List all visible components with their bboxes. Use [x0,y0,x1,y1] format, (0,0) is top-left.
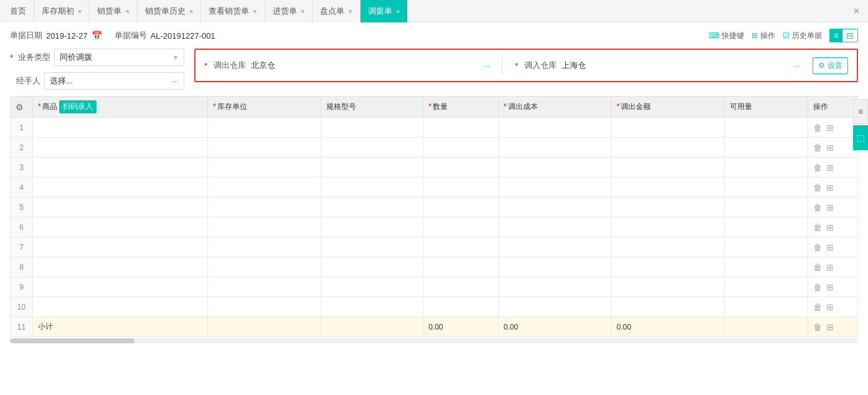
qty-cell[interactable] [423,297,499,317]
amount-cell[interactable] [611,198,724,217]
available-cell[interactable] [724,198,808,217]
spec-cell[interactable] [321,198,423,217]
tab-inventory-count[interactable]: 盘点单 × [313,0,360,22]
handler-input[interactable]: 选择... ··· [44,72,184,90]
close-all-tabs[interactable]: × [847,6,866,17]
calendar-icon[interactable]: 📅 [92,31,102,40]
cost-cell[interactable] [498,297,611,317]
copy-row-btn[interactable]: ⊞ [826,302,834,312]
qty-cell[interactable] [423,118,499,138]
product-cell[interactable] [33,237,208,257]
business-type-input[interactable]: 同价调拨 ▼ [54,49,184,66]
tab-sales-order[interactable]: 销货单 × [90,0,137,22]
close-view-sales[interactable]: × [253,7,257,15]
qty-cell[interactable] [423,178,499,198]
qty-cell[interactable] [423,217,499,237]
amount-cell[interactable] [611,138,724,158]
available-cell[interactable] [724,217,808,237]
cost-cell[interactable] [498,257,611,277]
product-cell[interactable] [33,257,208,277]
close-sales-history[interactable]: × [189,7,193,15]
amount-cell[interactable] [611,277,724,297]
available-cell[interactable] [724,118,808,138]
unit-cell[interactable] [208,277,321,297]
tab-purchase[interactable]: 进货单 × [265,0,313,22]
unit-cell[interactable] [208,158,321,178]
unit-cell[interactable] [208,138,321,158]
spec-cell[interactable] [321,297,423,317]
operations-btn[interactable]: ⊞ 操作 [752,31,775,41]
unit-cell[interactable] [208,217,321,237]
amount-cell[interactable] [611,158,724,178]
delete-row-btn[interactable]: 🗑 [813,202,822,212]
copy-row-btn[interactable]: ⊞ [826,222,834,232]
unit-cell[interactable] [208,237,321,257]
spec-cell[interactable] [321,178,423,198]
unit-cell[interactable] [208,198,321,217]
available-cell[interactable] [724,158,808,178]
qty-cell[interactable] [423,237,499,257]
scan-button[interactable]: 扫码录入 [59,100,97,113]
shortcuts-btn[interactable]: ⌨ 快捷键 [709,31,744,41]
amount-cell[interactable] [611,217,724,237]
product-cell[interactable] [33,277,208,297]
unit-cell[interactable] [208,257,321,277]
tab-inventory-init[interactable]: 库存期初 × [34,0,90,22]
transfer-out-ellipsis-icon[interactable]: ··· [483,61,489,70]
cost-cell[interactable] [498,277,611,297]
settings-button[interactable]: ⚙ 设置 [813,57,848,74]
copy-row-btn[interactable]: ⊞ [826,282,834,292]
tab-sales-history[interactable]: 销货单历史 × [138,0,201,22]
close-purchase[interactable]: × [301,7,304,15]
spec-cell[interactable] [321,118,423,138]
amount-cell[interactable] [611,237,724,257]
close-transfer[interactable]: × [396,7,400,15]
product-cell[interactable] [33,217,208,237]
transfer-in-ellipsis-icon[interactable]: ··· [793,61,800,70]
copy-row-btn[interactable]: ⊞ [826,262,834,272]
delete-row-btn[interactable]: 🗑 [813,163,822,173]
available-cell[interactable] [724,138,808,158]
list-view-btn[interactable]: ≡ [830,29,842,42]
close-inventory-count[interactable]: × [348,7,352,15]
cost-cell[interactable] [498,138,611,158]
spec-cell[interactable] [321,237,423,257]
delete-row-btn[interactable]: 🗑 [813,242,822,252]
copy-row-btn[interactable]: ⊞ [826,183,834,193]
right-panel-list-btn[interactable]: ≡ [853,99,868,124]
cost-cell[interactable] [498,237,611,257]
grid-view-btn[interactable]: ⊟ [842,29,857,42]
product-cell[interactable] [33,158,208,178]
product-cell[interactable] [33,118,208,138]
close-sales-order[interactable]: × [125,7,129,15]
tab-transfer[interactable]: 调拨单 × [361,0,408,22]
available-cell[interactable] [724,257,808,277]
table-gear-icon[interactable]: ⚙ [16,102,24,112]
available-cell[interactable] [724,237,808,257]
handler-ellipsis-icon[interactable]: ··· [171,76,179,86]
right-panel-expand-btn[interactable]: ⬚ [853,125,868,150]
qty-cell[interactable] [423,158,499,178]
copy-row-btn[interactable]: ⊞ [826,322,834,332]
delete-row-btn[interactable]: 🗑 [813,282,822,292]
delete-row-btn[interactable]: 🗑 [813,302,822,312]
delete-row-btn[interactable]: 🗑 [813,322,822,332]
product-cell[interactable] [33,178,208,198]
tab-view-sales[interactable]: 查看销货单 × [201,0,265,22]
available-cell[interactable] [724,277,808,297]
available-cell[interactable] [724,178,808,198]
qty-cell[interactable] [423,198,499,217]
amount-cell[interactable] [611,118,724,138]
product-cell[interactable] [33,138,208,158]
cost-cell[interactable] [498,198,611,217]
qty-cell[interactable] [423,257,499,277]
unit-cell[interactable] [208,118,321,138]
copy-row-btn[interactable]: ⊞ [826,123,834,133]
cost-cell[interactable] [498,178,611,198]
spec-cell[interactable] [321,138,423,158]
product-cell[interactable] [33,297,208,317]
amount-cell[interactable] [611,297,724,317]
qty-cell[interactable] [423,138,499,158]
history-btn[interactable]: ☑ 历史单据 [783,31,822,41]
product-cell[interactable] [33,198,208,217]
